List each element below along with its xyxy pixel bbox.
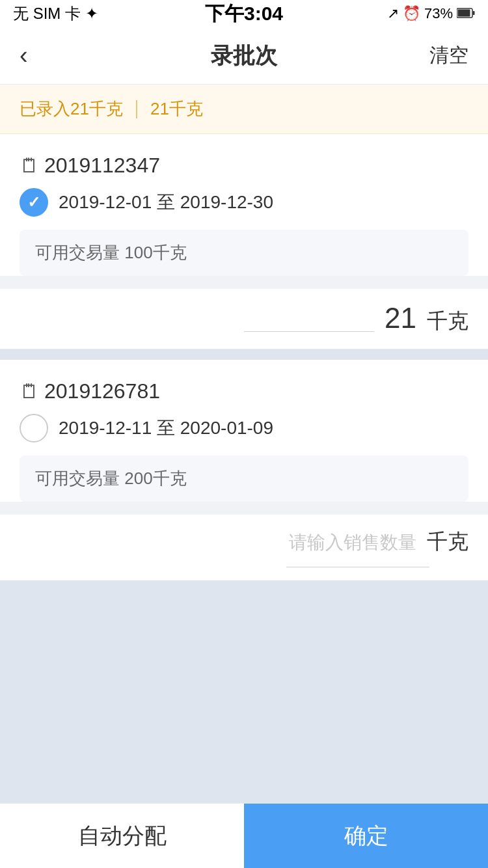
status-time: 下午3:04 [205,1,283,27]
batch2-date-row: 2019-12-11 至 2020-01-09 [20,414,468,442]
auto-distribute-button[interactable]: 自动分配 [0,804,244,868]
batch2-unit: 千克 [427,528,468,556]
location-icon: ↗ [387,5,399,22]
back-button[interactable]: ‹ [20,42,28,70]
input-underline [286,567,429,567]
batch1-id: 2019112347 [44,154,160,178]
batch2-qty-input[interactable] [140,528,416,554]
batch2-id: 2019126781 [44,379,160,403]
info-banner: 已录入21千克 21千克 [0,85,488,134]
batch1-id-icon: 🗒 [20,155,39,177]
recorded-value: 21千克 [150,98,203,120]
confirm-button[interactable]: 确定 [244,804,488,868]
status-bar: 无 SIM 卡 ✦ 下午3:04 ↗ ⏰ 73% [0,0,488,27]
batch-card-2: 🗒 2019126781 2019-12-11 至 2020-01-09 可用交… [0,360,488,502]
batch1-header: 🗒 2019112347 [20,154,468,178]
alarm-icon: ⏰ [403,5,420,22]
batch1-radio[interactable] [20,188,48,217]
recorded-label: 已录入21千克 [20,98,123,120]
svg-rect-1 [473,11,475,15]
batch1-date: 2019-12-01 至 2019-12-30 [59,190,273,215]
batch2-radio[interactable] [20,414,48,442]
batch2-header: 🗒 2019126781 [20,379,468,403]
section-divider [0,349,488,360]
battery-text: 73% [424,5,453,22]
banner-divider [136,100,137,118]
batch1-date-row: 2019-12-01 至 2019-12-30 [20,188,468,217]
batch-card-1: 🗒 2019112347 2019-12-01 至 2019-12-30 可用交… [0,134,488,276]
batch2-available: 可用交易量 200千克 [20,455,468,502]
batch1-amount-unit: 千克 [427,307,468,336]
clear-button[interactable]: 清空 [429,42,468,69]
batch2-date: 2019-12-11 至 2020-01-09 [59,416,273,441]
svg-rect-2 [458,10,470,17]
battery-icon [457,5,475,22]
bottom-bar: 自动分配 确定 [0,803,488,868]
amount-underline [244,331,374,332]
sim-text: 无 SIM 卡 ✦ [13,3,98,24]
status-left: 无 SIM 卡 ✦ [13,3,98,24]
batch1-amount-row: 21 千克 [0,289,488,349]
batch1-available: 可用交易量 100千克 [20,230,468,276]
batch2-id-icon: 🗒 [20,381,39,403]
batch2-input-section: 千克 [0,515,488,580]
batch1-amount-value: 21 [385,302,416,334]
status-right: ↗ ⏰ 73% [387,5,475,22]
page-title: 录批次 [211,41,277,71]
nav-bar: ‹ 录批次 清空 [0,27,488,85]
